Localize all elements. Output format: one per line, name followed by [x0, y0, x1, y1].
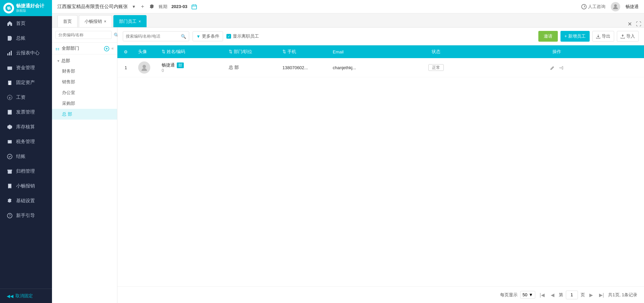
- tab-dept-employee[interactable]: 部门员工 ×: [113, 15, 147, 27]
- sidebar-item-inventory[interactable]: 库存核算: [0, 120, 52, 134]
- support-button[interactable]: 人工咨询: [581, 4, 605, 10]
- page-label-suffix: 页: [581, 292, 585, 298]
- svg-rect-5: [11, 51, 12, 55]
- edit-button[interactable]: [550, 65, 556, 70]
- sidebar-item-invoice[interactable]: 发票管理: [0, 105, 52, 120]
- sidebar-item-label: 发票管理: [16, 109, 35, 115]
- pagination: 每页显示 50 ▼ |◀ ◀ 第 页 ▶ ▶| 共1页, 1条记录: [117, 286, 644, 303]
- tab-home[interactable]: 首页: [57, 15, 77, 27]
- dept-item-zongbu-leaf[interactable]: 总 部: [52, 109, 117, 120]
- top-bar: 江西服宝精品有限责任公司内账张 ▼ ＋ 账期 2023-03 人工咨询 畅捷通: [52, 0, 644, 13]
- status-badge: 正常: [428, 64, 444, 71]
- toolbar-right: 邀请 + 新增员工 导出 导入: [538, 31, 639, 42]
- col-settings[interactable]: ⚙: [117, 45, 134, 58]
- sidebar-item-archive[interactable]: 归档管理: [0, 164, 52, 179]
- export-label: 导出: [602, 33, 610, 39]
- svg-rect-10: [9, 81, 9, 82]
- sidebar-item-payroll[interactable]: ¥ 工资: [0, 90, 52, 105]
- cell-avatar: [134, 58, 158, 77]
- sidebar-item-ledger[interactable]: 总账: [0, 31, 52, 46]
- sidebar-item-fixed-assets[interactable]: 固定资产: [0, 75, 52, 90]
- sort-icon2: ⇅: [229, 49, 232, 54]
- archive-icon: [7, 168, 13, 174]
- sidebar-item-label: 总账: [16, 35, 25, 41]
- dept-group-zongbu[interactable]: ▼ 总部: [52, 56, 117, 66]
- content-area: 🔍 ⚏ 全部部门 « ▼ 总部 财务部 销售部 办公室 采购部 总 部: [52, 28, 644, 303]
- logo-area[interactable]: 畅 畅捷通好会计 旗舰版: [0, 0, 52, 16]
- sidebar-item-checkout[interactable]: 结账: [0, 149, 52, 164]
- company-name[interactable]: 江西服宝精品有限责任公司内账张: [57, 4, 128, 10]
- dept-edit-icon[interactable]: [104, 45, 109, 51]
- svg-text:畅: 畅: [7, 6, 11, 10]
- dept-search-area: 🔍: [52, 28, 117, 43]
- add-employee-label: + 新增员工: [565, 33, 586, 39]
- close-tab-button[interactable]: ✕: [628, 21, 632, 27]
- sidebar-item-guide[interactable]: ? 新手引导: [0, 208, 52, 223]
- svg-rect-3: [7, 53, 8, 55]
- left-panel: 🔍 ⚏ 全部部门 « ▼ 总部 财务部 销售部 办公室 采购部 总 部: [52, 28, 117, 303]
- show-resigned-toggle[interactable]: ✓ 显示离职员工: [226, 33, 259, 39]
- dept-item-caiwu[interactable]: 财务部: [52, 66, 117, 77]
- sidebar-item-reports[interactable]: 云报表中心: [0, 46, 52, 60]
- company-dropdown-icon[interactable]: ▼: [132, 4, 136, 9]
- import-label: 导入: [626, 33, 635, 39]
- total-records: 共1页, 1条记录: [608, 292, 637, 298]
- add-employee-button[interactable]: + 新增员工: [560, 31, 590, 42]
- sidebar-item-xiaochang[interactable]: 小畅报销: [0, 179, 52, 193]
- dept-search-input[interactable]: [55, 31, 112, 39]
- gear-icon: [7, 198, 13, 204]
- sidebar-item-label: 资金管理: [16, 65, 35, 71]
- page-number-input[interactable]: [566, 291, 578, 299]
- dept-collapse-icon[interactable]: «: [111, 46, 114, 51]
- expand-arrow-icon: ▼: [57, 59, 60, 63]
- all-dept-header[interactable]: ⚏ 全部部门 «: [52, 43, 117, 54]
- sidebar-item-home[interactable]: 首页: [0, 16, 52, 31]
- logo-subtitle: 旗舰版: [16, 8, 44, 13]
- money-icon: ¥: [7, 94, 13, 100]
- per-page-value: 50: [523, 292, 527, 297]
- logo-title: 畅捷通好会计: [16, 3, 44, 9]
- dept-item-caigou[interactable]: 采购部: [52, 98, 117, 109]
- search-icon[interactable]: 🔍: [181, 34, 186, 39]
- next-page-button[interactable]: ▶: [588, 292, 595, 298]
- logout-button[interactable]: [559, 65, 564, 70]
- maximize-button[interactable]: ⛶: [636, 21, 641, 27]
- col-dept-position: ⇅ 部门/职位: [225, 45, 278, 58]
- cell-phone: 138070602...: [278, 58, 329, 77]
- more-filter-button[interactable]: ▼ 更多条件: [193, 31, 223, 41]
- period-label: 账期: [159, 4, 167, 10]
- sidebar-item-tax[interactable]: 税务管理: [0, 134, 52, 149]
- toolbar: 🔍 ▼ 更多条件 ✓ 显示离职员工 邀请 + 新增员工: [117, 28, 644, 45]
- username[interactable]: 畅捷通: [626, 4, 639, 10]
- dept-item-xiaoshou[interactable]: 销售部: [52, 77, 117, 87]
- export-button[interactable]: 导出: [592, 31, 614, 42]
- calendar-icon[interactable]: [192, 4, 197, 9]
- cell-status: 正常: [402, 58, 470, 77]
- employee-search-input[interactable]: [126, 34, 179, 39]
- import-button[interactable]: 导入: [617, 31, 639, 42]
- svg-point-23: [614, 4, 617, 7]
- first-page-button[interactable]: |◀: [538, 292, 546, 298]
- sidebar: 畅 畅捷通好会计 旗舰版 首页 总账 云报表中心: [0, 0, 52, 303]
- sidebar-item-settings[interactable]: 基础设置: [0, 193, 52, 208]
- sidebar-item-assets-mgmt[interactable]: 资金管理: [0, 60, 52, 75]
- table-row: 1 畅捷通 部: [117, 58, 644, 77]
- add-tab-button[interactable]: ＋: [140, 3, 145, 10]
- last-page-button[interactable]: ▶|: [597, 292, 606, 298]
- sidebar-item-label: 小畅报销: [16, 183, 35, 189]
- tab-xiaochang[interactable]: 小畅报销 ×: [79, 15, 112, 27]
- tab-xiaochang-close[interactable]: ×: [104, 19, 106, 24]
- support-label: 人工咨询: [588, 4, 605, 10]
- topbar-right: 人工咨询 畅捷通: [581, 2, 639, 11]
- tab-dept-close[interactable]: ×: [139, 19, 141, 24]
- cancel-fixed-button[interactable]: ◀◀ 取消固定: [0, 289, 52, 303]
- sidebar-item-label: 固定资产: [16, 80, 35, 86]
- topbar-settings-icon[interactable]: [149, 4, 155, 10]
- employee-badge: 部: [177, 62, 184, 68]
- period-value: 2023-03: [171, 4, 187, 9]
- per-page-select[interactable]: 50 ▼: [520, 291, 535, 299]
- dept-item-bangong[interactable]: 办公室: [52, 87, 117, 98]
- prev-page-button[interactable]: ◀: [549, 292, 556, 298]
- sidebar-item-label: 基础设置: [16, 198, 35, 204]
- invite-button[interactable]: 邀请: [538, 31, 558, 42]
